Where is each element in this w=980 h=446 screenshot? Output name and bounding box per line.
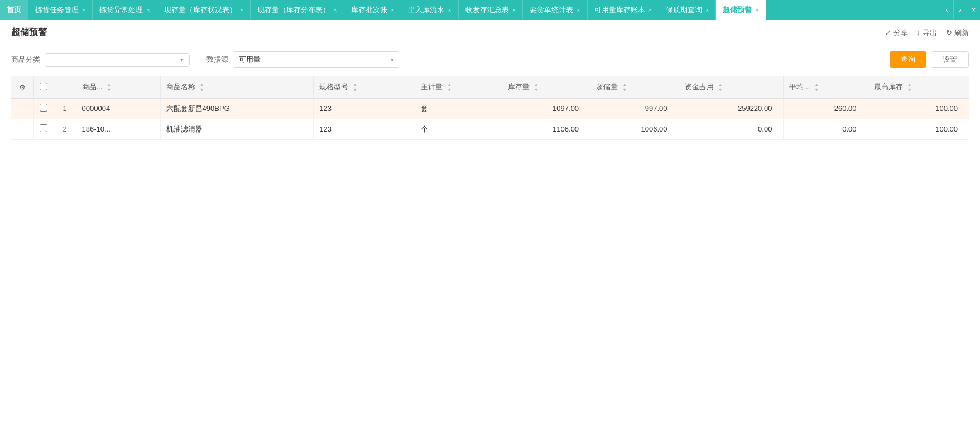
settings-button[interactable]: 设置 — [931, 51, 969, 68]
refresh-icon: ↻ — [946, 28, 952, 37]
avg-header: 平均... ▲▼ — [784, 76, 868, 98]
capital-used-header: 资金占用 ▲▼ — [679, 76, 784, 98]
nav-item-home[interactable]: 首页 — [0, 0, 28, 20]
product-code-header: 商品... ▲▼ — [76, 76, 160, 98]
data-table: ⚙ 商品... ▲▼ 商品名称 ▲▼ 规格型号 ▲▼ — [11, 76, 969, 140]
settings-gear-icon[interactable]: ⚙ — [19, 83, 26, 91]
table-row: 1 0000004 六配套新昌490BPG 123 套 1097.00 997.… — [11, 98, 969, 119]
page-header: 超储预警 ⤢ 分享 ↓ 导出 ↻ 刷新 — [0, 20, 980, 43]
nav-next-arrow[interactable]: › — [953, 0, 967, 20]
export-icon: ↓ — [917, 28, 921, 37]
nav-prev-arrow[interactable]: ‹ — [940, 0, 953, 20]
export-button[interactable]: ↓ 导出 — [917, 28, 938, 38]
product-name-sort[interactable]: ▲▼ — [199, 83, 204, 93]
row-product-name-1: 机油滤清器 — [160, 119, 314, 139]
row-stock-0: 1097.00 — [502, 98, 590, 119]
share-button[interactable]: ⤢ 分享 — [885, 28, 908, 38]
row-checkbox-cell-0 — [33, 98, 54, 119]
filter-row: 商品分类 ▾ 数据源 可用量 ▾ 查询 设置 — [0, 43, 980, 76]
header-actions: ⤢ 分享 ↓ 导出 ↻ 刷新 — [885, 28, 969, 38]
datasource-label: 数据源 — [206, 55, 228, 65]
nav-close-task-mgmt[interactable]: × — [82, 7, 85, 13]
row-avg-1: 0.00 — [784, 119, 868, 139]
stock-header: 库存量 ▲▼ — [502, 76, 590, 98]
row-overstock-0: 997.00 — [590, 98, 679, 119]
datasource-value: 可用量 — [239, 55, 261, 65]
row-spec-1: 123 — [314, 119, 415, 139]
category-label: 商品分类 — [11, 55, 40, 65]
nav-item-order-stats[interactable]: 要货单统计表× — [523, 0, 587, 20]
nav-close-quality-check[interactable]: × — [705, 7, 709, 13]
nav-close-batch-account[interactable]: × — [391, 7, 394, 13]
product-code-sort[interactable]: ▲▼ — [107, 83, 112, 93]
datasource-arrow: ▾ — [391, 56, 394, 64]
max-stock-sort[interactable]: ▲▼ — [907, 83, 912, 93]
nav-item-quality-check[interactable]: 保质期查询× — [659, 0, 716, 20]
category-filter: 商品分类 ▾ — [11, 53, 190, 67]
row-spec-0: 123 — [314, 98, 415, 119]
nav-item-task-mgmt[interactable]: 拣货任务管理× — [28, 0, 93, 20]
stock-sort[interactable]: ▲▼ — [534, 83, 539, 93]
avg-sort[interactable]: ▲▼ — [814, 83, 819, 93]
nav-item-overstock-warning[interactable]: 超储预警× — [716, 0, 766, 20]
datasource-select[interactable]: 可用量 ▾ — [233, 51, 400, 68]
capital-sort[interactable]: ▲▼ — [718, 83, 723, 93]
category-select-arrow: ▾ — [180, 56, 184, 64]
row-num-1: 2 — [54, 119, 76, 139]
nav-close-inout-flow[interactable]: × — [448, 7, 451, 13]
row-gear-0 — [11, 98, 33, 119]
max-stock-header: 最高库存 ▲▼ — [868, 76, 969, 98]
row-avg-0: 260.00 — [784, 98, 868, 119]
share-icon: ⤢ — [885, 28, 891, 37]
gear-col-header: ⚙ — [11, 76, 33, 98]
nav-close-inventory-status[interactable]: × — [240, 7, 243, 13]
row-num-0: 1 — [54, 98, 76, 119]
row-checkbox-cell-1 — [33, 119, 54, 139]
row-product-name-0: 六配套新昌490BPG — [160, 98, 314, 119]
top-nav: 首页拣货任务管理×拣货异常处理×现存量（库存状况表）×现存量（库存分布表）×库存… — [0, 0, 980, 20]
datasource-filter: 数据源 可用量 ▾ — [206, 51, 400, 68]
table-header-row: ⚙ 商品... ▲▼ 商品名称 ▲▼ 规格型号 ▲▼ — [11, 76, 969, 98]
nav-item-batch-account[interactable]: 库存批次账× — [344, 0, 401, 20]
refresh-button[interactable]: ↻ 刷新 — [946, 28, 969, 38]
row-maxstock-1: 100.00 — [868, 119, 969, 139]
query-button[interactable]: 查询 — [890, 51, 926, 68]
category-select[interactable]: ▾ — [45, 53, 190, 67]
select-all-checkbox[interactable] — [40, 83, 47, 90]
row-unit-0: 套 — [415, 98, 502, 119]
row-stock-1: 1106.00 — [502, 119, 590, 139]
row-checkbox-0[interactable] — [40, 104, 47, 112]
overstock-sort[interactable]: ▲▼ — [622, 83, 627, 93]
row-gear-1 — [11, 119, 33, 139]
row-checkbox-1[interactable] — [40, 124, 47, 132]
product-name-header: 商品名称 ▲▼ — [160, 76, 314, 98]
spec-header: 规格型号 ▲▼ — [314, 76, 415, 98]
row-maxstock-0: 100.00 — [868, 98, 969, 119]
nav-close-abnormal[interactable]: × — [146, 7, 150, 13]
rownum-header — [54, 76, 76, 98]
nav-item-collect-summary[interactable]: 收发存汇总表× — [459, 0, 523, 20]
row-product-code-1: 186-10... — [76, 119, 160, 139]
table-row: 2 186-10... 机油滤清器 123 个 1106.00 1006.00 … — [11, 119, 969, 139]
nav-item-available-account[interactable]: 可用量库存账本× — [588, 0, 659, 20]
nav-item-inventory-status[interactable]: 现存量（库存状况表）× — [157, 0, 251, 20]
nav-close-arrow[interactable]: × — [967, 0, 980, 20]
row-capital-1: 0.00 — [679, 119, 784, 139]
filter-actions: 查询 设置 — [890, 51, 969, 68]
unit-sort[interactable]: ▲▼ — [447, 83, 452, 93]
nav-close-overstock-warning[interactable]: × — [755, 7, 758, 13]
nav-close-available-account[interactable]: × — [648, 7, 652, 13]
page-title: 超储预警 — [11, 27, 47, 38]
nav-close-collect-summary[interactable]: × — [512, 7, 516, 13]
checkbox-col-header — [33, 76, 54, 98]
spec-sort[interactable]: ▲▼ — [353, 83, 358, 93]
row-overstock-1: 1006.00 — [590, 119, 679, 139]
nav-item-inout-flow[interactable]: 出入库流水× — [401, 0, 458, 20]
row-unit-1: 个 — [415, 119, 502, 139]
row-capital-0: 259220.00 — [679, 98, 784, 119]
nav-item-inventory-dist[interactable]: 现存量（库存分布表）× — [251, 0, 344, 20]
nav-item-abnormal[interactable]: 拣货异常处理× — [93, 0, 157, 20]
unit-header: 主计量 ▲▼ — [415, 76, 502, 98]
nav-close-order-stats[interactable]: × — [577, 7, 580, 13]
nav-close-inventory-dist[interactable]: × — [333, 7, 337, 13]
